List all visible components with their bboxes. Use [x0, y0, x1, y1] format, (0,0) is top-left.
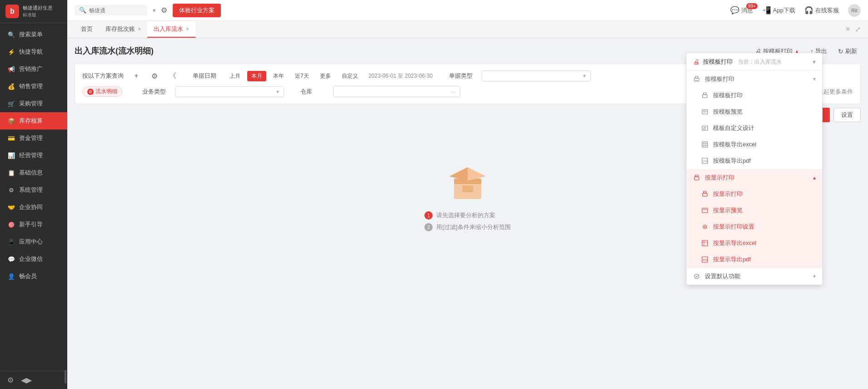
- app-logo: b 畅捷通好生意 标准版: [0, 0, 67, 23]
- template-export-excel-item[interactable]: 按模板导出excel: [687, 136, 822, 153]
- template-section-arrow-icon: ▾: [813, 76, 816, 82]
- topbar-right: 💬 消息 99+ 📲 App下载 🎧 在线客服 Rit: [730, 4, 861, 17]
- dropdown-panel-header: 🖨 按模板打印 当前：出入库流水 ▾: [687, 53, 822, 71]
- topbar-gear-icon[interactable]: ⚙: [161, 6, 167, 15]
- template-preview-item[interactable]: 按模板预览: [687, 104, 822, 120]
- settings-button[interactable]: 设置: [833, 108, 861, 122]
- display-section-printer-icon: [693, 174, 700, 181]
- corp-icon: 🤝: [7, 203, 15, 211]
- topbar-search-input[interactable]: [89, 7, 135, 14]
- sidebar-item-marketing[interactable]: 📢 营销推广: [0, 60, 67, 78]
- date-btn-prev-month[interactable]: 上月: [225, 71, 244, 81]
- display-preview-item[interactable]: 按显示预览: [687, 202, 822, 219]
- svg-point-30: [704, 226, 706, 228]
- display-print-item-label: 按显示打印: [713, 190, 816, 198]
- filter-prefix-label: 按以下方案查询: [82, 72, 124, 80]
- sidebar-item-quick-nav[interactable]: ⚡ 快捷导航: [0, 43, 67, 60]
- display-export-excel-item[interactable]: 按显示导出excel: [687, 235, 822, 251]
- tab-home[interactable]: 首页: [75, 21, 99, 38]
- date-btn-custom[interactable]: 自定义: [338, 71, 362, 81]
- sidebar-item-label: 企业协同: [19, 203, 43, 211]
- template-print-item[interactable]: 按模板打印: [687, 87, 822, 104]
- topbar-search-box[interactable]: 🔍: [75, 5, 147, 15]
- step-1-number: 1: [424, 211, 433, 219]
- date-btn-current-year[interactable]: 本年: [269, 71, 288, 81]
- doc-type-chevron-icon: ▾: [583, 73, 586, 79]
- warehouse-input[interactable]: ···: [333, 86, 460, 97]
- sidebar-nav: 🔍 搜索菜单 ⚡ 快捷导航 📢 营销推广 💰 销售管理 🛒 采购管理 📦 库存核…: [0, 23, 67, 369]
- sidebar-item-wechat[interactable]: 💬 企业微信: [0, 250, 67, 268]
- sidebar-item-corp[interactable]: 🤝 企业协同: [0, 199, 67, 216]
- display-print-item[interactable]: 按显示打印: [687, 186, 822, 202]
- sidebar-item-search[interactable]: 🔍 搜索菜单: [0, 26, 67, 43]
- sidebar-item-finance[interactable]: 💳 资金管理: [0, 130, 67, 147]
- sidebar-item-guide[interactable]: 🎯 新手引导: [0, 216, 67, 233]
- dropdown-arrow-up-icon[interactable]: ▾: [813, 58, 816, 65]
- refresh-button[interactable]: ↻ 刷新: [834, 45, 861, 57]
- filter-tag: ⚙ 流水明细: [82, 86, 122, 97]
- display-print-section-header[interactable]: 按显示打印 ▴: [687, 170, 822, 186]
- date-btn-last7days[interactable]: 近7天: [291, 71, 313, 81]
- sidebar-item-app-center[interactable]: 📱 应用中心: [0, 233, 67, 250]
- operation-icon: 📊: [7, 151, 15, 160]
- sidebar-item-label: 应用中心: [19, 238, 43, 246]
- set-default-label: 设置默认功能: [705, 272, 808, 280]
- biz-type-label: 业务类型: [142, 88, 170, 96]
- sidebar-item-system[interactable]: ⚙ 系统管理: [0, 181, 67, 199]
- filter-settings-button[interactable]: ⚙: [149, 70, 160, 81]
- svg-rect-31: [702, 240, 708, 246]
- warehouse-more-icon[interactable]: ···: [450, 88, 455, 95]
- tab-home-label: 首页: [81, 25, 93, 33]
- sidebar-item-sales[interactable]: 💰 销售管理: [0, 78, 67, 95]
- window-close-button[interactable]: ×: [845, 25, 850, 34]
- app-download-item[interactable]: 📲 App下载: [762, 6, 795, 15]
- display-export-pdf-item[interactable]: PDF 按显示导出pdf: [687, 251, 822, 268]
- trial-button[interactable]: 体验行业方案: [173, 4, 221, 17]
- tab-inout-flow-close[interactable]: ×: [186, 26, 189, 32]
- set-default-item[interactable]: 设置默认功能 ▾: [687, 268, 822, 284]
- svg-rect-4: [462, 185, 473, 192]
- tab-inout-flow[interactable]: 出入库流水 ×: [147, 21, 195, 38]
- message-item[interactable]: 💬 消息 99+: [730, 6, 753, 15]
- display-export-pdf-label: 按显示导出pdf: [713, 255, 816, 264]
- template-export-excel-label: 按模板导出excel: [713, 140, 816, 149]
- template-pdf-icon: PDF: [701, 157, 708, 165]
- date-btn-current-month[interactable]: 本月: [247, 71, 266, 81]
- sidebar-item-basic[interactable]: 📋 基础信息: [0, 164, 67, 181]
- window-maximize-button[interactable]: ⤢: [855, 25, 861, 34]
- sidebar-item-member[interactable]: 👤 畅会员: [0, 268, 67, 285]
- svg-rect-9: [703, 93, 706, 95]
- set-default-icon: [693, 273, 700, 280]
- filter-tag-label: 流水明细: [95, 88, 117, 95]
- biz-type-select[interactable]: ▾: [175, 86, 284, 97]
- sidebar-item-operation[interactable]: 📊 经营管理: [0, 147, 67, 164]
- app-center-icon: 📱: [7, 238, 15, 246]
- sidebar-item-inventory[interactable]: 📦 库存核算: [0, 112, 67, 130]
- basic-icon: 📋: [7, 169, 15, 177]
- doc-type-label: 单据类型: [449, 72, 476, 80]
- user-avatar-item[interactable]: Rit: [848, 4, 861, 17]
- biz-type-chevron-icon: ▾: [276, 89, 279, 95]
- display-print-settings-item[interactable]: 按显示打印设置: [687, 219, 822, 235]
- filter-collapse-button[interactable]: 《: [167, 70, 178, 81]
- template-custom-item[interactable]: 模板自定义设计: [687, 120, 822, 136]
- template-print-section-header[interactable]: 按模板打印 ▾: [687, 71, 822, 87]
- template-export-pdf-item[interactable]: PDF 按模板导出pdf: [687, 153, 822, 169]
- dropdown-title: 按模板打印: [703, 58, 733, 66]
- sidebar-item-purchase[interactable]: 🛒 采购管理: [0, 95, 67, 112]
- doc-type-select[interactable]: ▾: [482, 70, 591, 81]
- main-area: 🔍 ▾ ⚙ 体验行业方案 💬 消息 99+ 📲 App下载 🎧 在线客服 R: [67, 0, 868, 389]
- filter-add-button[interactable]: +: [131, 70, 142, 81]
- online-service-label: 在线客服: [815, 6, 839, 15]
- collapse-more-label: 收起更多条件: [818, 88, 853, 96]
- tab-inventory-batch[interactable]: 库存批次账 ×: [99, 21, 147, 38]
- message-icon: 💬: [730, 6, 739, 15]
- empty-icon: [445, 160, 490, 206]
- online-service-item[interactable]: 🎧 在线客服: [804, 6, 839, 15]
- collapse-sidebar-icon[interactable]: ◀▶: [21, 376, 32, 384]
- settings-footer-icon[interactable]: ⚙: [7, 376, 14, 384]
- tab-inventory-batch-close[interactable]: ×: [138, 26, 141, 32]
- topbar-dropdown-icon[interactable]: ▾: [153, 7, 155, 14]
- template-custom-icon: [701, 125, 708, 132]
- date-btn-more[interactable]: 更多: [316, 71, 335, 81]
